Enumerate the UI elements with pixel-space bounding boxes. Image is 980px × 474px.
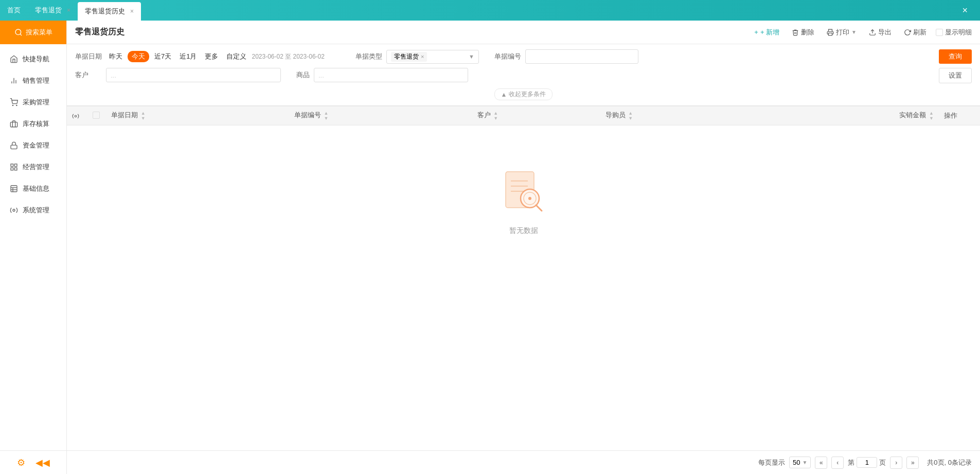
tab-retail-return-close[interactable]: ×: [67, 7, 70, 14]
customer-filter-label: 客户: [75, 70, 106, 80]
pagination-bar: 每页显示 50 ▼ « ‹ 第 页 › » 共0页, 0条记录: [67, 450, 980, 474]
grid-icon: [9, 162, 19, 172]
svg-point-0: [15, 29, 21, 35]
refresh-button[interactable]: 刷新: [901, 26, 930, 39]
type-tag-label: 零售退货: [394, 52, 419, 61]
tab-home[interactable]: 首页: [0, 0, 28, 21]
prev-page-button[interactable]: ‹: [831, 457, 844, 469]
sidebar-item-basic-info[interactable]: 基础信息: [0, 178, 66, 199]
svg-rect-18: [829, 33, 832, 35]
column-settings-icon[interactable]: [72, 113, 79, 120]
th-customer[interactable]: 客户 ▲▼: [472, 106, 600, 125]
filter-area: 单据日期 昨天 今天 近7天 近1月 更多 自定义 2023-06-02 至 2…: [67, 44, 980, 106]
sidebar-item-finance[interactable]: 资金管理: [0, 135, 66, 156]
number-filter-group: 单据编号: [494, 49, 638, 64]
sidebar-item-system-label: 系统管理: [23, 206, 49, 215]
print-button[interactable]: 打印 ▼: [824, 26, 860, 39]
top-bar: 首页 零售退货 × 零售退货历史 × ×: [0, 0, 980, 21]
guide-sort-icons: ▲▼: [628, 111, 633, 121]
filter-main-row: 单据日期 昨天 今天 近7天 近1月 更多 自定义 2023-06-02 至 2…: [75, 49, 972, 86]
export-button[interactable]: 导出: [866, 26, 895, 39]
page-number-input[interactable]: [857, 457, 877, 468]
page-header: 零售退货历史 + + 新增 删除 打印 ▼ 导出: [67, 21, 980, 44]
date-opt-yesterday[interactable]: 昨天: [106, 51, 126, 62]
date-opt-more[interactable]: 更多: [202, 51, 221, 62]
empty-text: 暂无数据: [509, 226, 538, 235]
sidebar: 搜索菜单 快捷导航 销售管理 采购管理: [0, 21, 67, 474]
window-close-button[interactable]: ×: [958, 3, 972, 18]
th-amount[interactable]: 实销金额 ▲▼: [756, 106, 939, 125]
show-detail-checkbox-area[interactable]: 显示明细: [936, 28, 972, 37]
sidebar-item-inventory[interactable]: 库存核算: [0, 113, 66, 135]
th-settings[interactable]: [67, 106, 87, 125]
settings-icon: [9, 206, 19, 215]
sidebar-settings-icon[interactable]: ⚙: [17, 457, 25, 468]
th-number-label: 单据编号: [294, 111, 321, 119]
sidebar-item-purchase-mgmt[interactable]: 采购管理: [0, 92, 66, 113]
customer-placeholder: ...: [111, 71, 116, 79]
th-date[interactable]: 单据日期 ▲▼: [106, 106, 289, 125]
svg-line-27: [536, 205, 542, 211]
sidebar-nav: 快捷导航 销售管理 采购管理 库存核算: [0, 44, 66, 450]
date-range-text: 2023-06-02 至 2023-06-02: [252, 52, 324, 61]
delete-icon: [792, 29, 799, 36]
date-opt-1month[interactable]: 近1月: [176, 51, 200, 62]
th-checkbox[interactable]: [87, 106, 106, 125]
date-opt-custom[interactable]: 自定义: [223, 51, 250, 62]
sidebar-item-system-mgmt[interactable]: 系统管理: [0, 199, 66, 221]
select-all-checkbox[interactable]: [93, 112, 100, 119]
customer-filter-input[interactable]: ...: [106, 68, 281, 82]
svg-point-5: [12, 105, 13, 105]
empty-state-row: 暂无数据: [67, 125, 980, 277]
svg-rect-9: [11, 164, 13, 167]
date-filter-label: 单据日期: [75, 52, 106, 61]
last-page-button[interactable]: »: [906, 457, 919, 469]
set-button[interactable]: 设置: [939, 68, 972, 83]
collapse-up-icon: ▲: [501, 91, 507, 98]
main-layout: 搜索菜单 快捷导航 销售管理 采购管理: [0, 21, 980, 474]
svg-rect-13: [11, 186, 17, 192]
delete-button[interactable]: 删除: [789, 26, 817, 39]
table-icon: [9, 184, 19, 193]
filter-fields: 单据日期 昨天 今天 近7天 近1月 更多 自定义 2023-06-02 至 2…: [75, 49, 933, 86]
tab-retail-return-history[interactable]: 零售退货历史 ×: [78, 2, 141, 21]
add-icon: +: [754, 28, 758, 36]
sidebar-item-inventory-label: 库存核算: [23, 119, 49, 129]
first-page-button[interactable]: «: [815, 457, 827, 469]
next-page-button[interactable]: ›: [890, 457, 902, 469]
th-number[interactable]: 单据编号 ▲▼: [289, 106, 472, 125]
date-opt-7days[interactable]: 近7天: [151, 51, 174, 62]
sidebar-item-quick-nav[interactable]: 快捷导航: [0, 48, 66, 70]
page-size-select[interactable]: 50 ▼: [789, 457, 811, 468]
search-menu-button[interactable]: 搜索菜单: [0, 21, 66, 44]
header-actions: + + 新增 删除 打印 ▼ 导出 刷新: [751, 26, 972, 39]
date-opt-today[interactable]: 今天: [128, 51, 149, 62]
type-tag-remove[interactable]: ×: [421, 53, 424, 60]
collapse-button[interactable]: ▲ 收起更多条件: [494, 88, 553, 100]
tab-retail-return[interactable]: 零售退货 ×: [28, 0, 78, 21]
filter-row-2: 客户 ... 商品 ...: [75, 68, 933, 82]
shopping-icon: [9, 98, 19, 107]
tab-home-label: 首页: [7, 6, 21, 15]
chart-icon: [9, 76, 19, 85]
sidebar-item-sales-mgmt[interactable]: 销售管理: [0, 70, 66, 92]
sidebar-sound-icon[interactable]: ◀◀: [35, 457, 50, 468]
filter-row-1: 单据日期 昨天 今天 近7天 近1月 更多 自定义 2023-06-02 至 2…: [75, 49, 933, 64]
query-button[interactable]: 查询: [939, 49, 972, 64]
show-detail-checkbox[interactable]: [936, 29, 943, 36]
tab-retail-return-history-close[interactable]: ×: [130, 8, 134, 15]
total-info: 共0页, 0条记录: [927, 458, 972, 467]
home-icon: [9, 54, 19, 64]
sidebar-item-business[interactable]: 经营管理: [0, 156, 66, 178]
goods-filter-input[interactable]: ...: [314, 68, 468, 82]
th-guide[interactable]: 导购员 ▲▼: [600, 106, 756, 125]
svg-rect-8: [11, 145, 17, 149]
add-button[interactable]: + + 新增: [751, 26, 782, 39]
number-filter-input[interactable]: [525, 49, 638, 64]
date-sort-icons: ▲▼: [141, 111, 146, 121]
svg-rect-10: [14, 164, 17, 167]
type-select[interactable]: 零售退货 × ▼: [386, 50, 479, 64]
svg-point-17: [13, 209, 15, 211]
search-icon: [14, 28, 23, 37]
svg-line-1: [20, 34, 22, 35]
